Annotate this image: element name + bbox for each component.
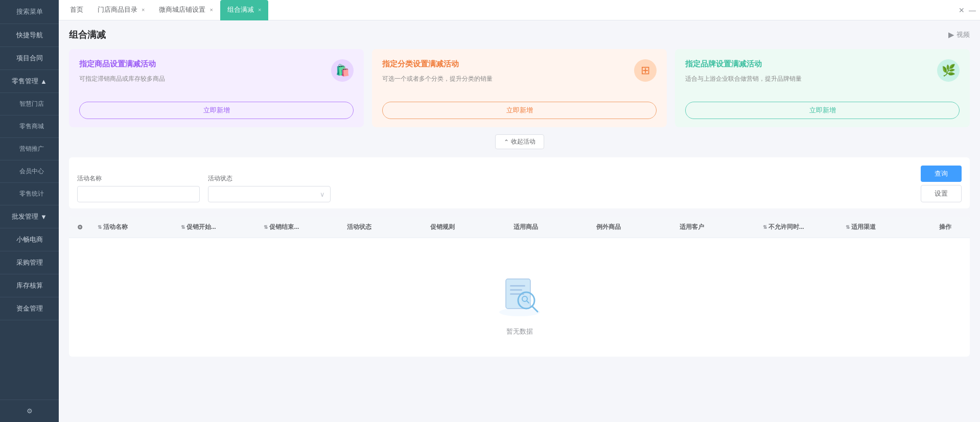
wholesale-mgmt-label: 批发管理 [12,212,38,221]
th-applicable-goods: 适用商品 [509,223,593,231]
th-applicable-customer: 适用客户 [675,223,759,231]
window-close-icon[interactable]: ✕ [959,6,965,14]
activity-status-field: 活动状态 ∨ [208,174,331,202]
sidebar-item-wholesale-mgmt[interactable]: 批发管理 ▼ [0,205,59,228]
search-actions: 查询 设置 [921,166,962,202]
activity-name-input[interactable] [77,186,200,202]
th-promo-rule-label: 促销规则 [430,223,455,231]
card-product-title: 指定商品设置满减活动 [79,59,354,69]
th-exception-goods: 例外商品 [592,223,675,231]
activity-status-select[interactable]: ∨ [208,186,331,202]
sidebar-settings[interactable]: ⚙ [0,400,59,422]
activity-name-label: 活动名称 [77,174,200,183]
sidebar-item-marketing[interactable]: 营销推广 [0,138,59,160]
th-promo-start-label: 促销开始... [186,223,216,231]
tab-home-label: 首页 [70,5,83,14]
card-product-desc: 可指定滞销商品或库存较多商品 [79,74,354,92]
chevron-down-icon: ∨ [320,191,325,198]
brand-discount-icon: 🌿 [937,59,960,82]
sidebar-item-smart-store[interactable]: 智慧门店 [0,93,59,115]
card-category-desc: 可选一个或者多个分类，提升分类的销量 [382,74,657,92]
tab-combo-discount-label: 组合满减 [227,5,254,14]
empty-illustration [492,269,548,320]
table-container: ⚙ ⇅ 活动名称 ⇅ 促销开始... ⇅ 促销结束... 活动状态 [69,217,970,357]
sidebar-item-retail-stats[interactable]: 零售统计 [0,183,59,205]
th-activity-name-label: 活动名称 [103,223,128,231]
tab-wechat-store-label: 微商城店铺设置 [159,5,205,14]
sort-icon-no-concurrent[interactable]: ⇅ [763,224,767,230]
sidebar-item-purchase-mgmt[interactable]: 采购管理 [0,251,59,274]
th-applicable-channel: ⇅ 适用渠道 [842,223,925,231]
th-activity-status-label: 活动状态 [347,223,371,231]
sidebar-item-project-contract[interactable]: 项目合同 [0,47,59,70]
empty-state: 暂无数据 [69,238,970,357]
empty-text: 暂无数据 [506,327,533,336]
table-header: ⚙ ⇅ 活动名称 ⇅ 促销开始... ⇅ 促销结束... 活动状态 [69,217,970,238]
sort-icon-promo-end[interactable]: ⇅ [264,224,268,230]
tab-combo-discount[interactable]: 组合满减 × [220,0,268,20]
tab-home[interactable]: 首页 [63,0,90,20]
collapse-bar: ⌃ 收起活动 [69,134,970,149]
arrow-up-icon: ▲ [40,78,47,85]
th-no-concurrent-label: 不允许同时... [768,223,804,231]
card-category-discount: ⊞ 指定分类设置满减活动 可选一个或者多个分类，提升分类的销量 立即新增 [372,49,667,127]
tab-bar: 首页 门店商品目录 × 微商城店铺设置 × 组合满减 × ✕ — [59,0,980,20]
card-brand-discount: 🌿 指定品牌设置满减活动 适合与上游企业联合做营销，提升品牌销量 立即新增 [675,49,970,127]
search-bar: 活动名称 活动状态 ∨ 查询 设置 [69,157,970,208]
play-circle-icon: ▶ [948,30,954,39]
product-discount-icon: 🛍️ [331,59,354,82]
tab-combo-discount-close[interactable]: × [258,7,261,13]
sidebar-item-retail-mall[interactable]: 零售商城 [0,115,59,138]
query-button[interactable]: 查询 [921,166,962,182]
tab-store-catalog[interactable]: 门店商品目录 × [90,0,152,20]
svg-point-0 [499,308,540,316]
page-title: 组合满减 [69,29,106,41]
th-applicable-goods-label: 适用商品 [514,223,538,231]
card-brand-desc: 适合与上游企业联合做营销，提升品牌销量 [685,74,960,92]
th-applicable-channel-label: 适用渠道 [851,223,876,231]
svg-rect-4 [510,289,522,291]
th-promo-end: ⇅ 促销结束... [260,223,343,231]
tab-wechat-store-settings[interactable]: 微商城店铺设置 × [152,0,220,20]
collapse-btn-label: 收起活动 [511,137,535,146]
card-product-add-btn[interactable]: 立即新增 [79,102,354,119]
cards-row: 🛍️ 指定商品设置满减活动 可指定滞销商品或库存较多商品 立即新增 ⊞ 指定分类… [69,49,970,127]
sidebar-item-fund-mgmt[interactable]: 资金管理 [0,297,59,320]
sidebar-item-inventory-calc[interactable]: 库存核算 [0,274,59,297]
card-category-title: 指定分类设置满减活动 [382,59,657,69]
settings-icon: ⚙ [27,407,33,415]
sidebar-item-xiaochange-ecom[interactable]: 小畅电商 [0,228,59,251]
activity-status-label: 活动状态 [208,174,331,183]
th-gear[interactable]: ⚙ [73,224,94,231]
card-brand-title: 指定品牌设置满减活动 [685,59,960,69]
sidebar-item-quick-nav[interactable]: 快捷导航 [0,24,59,47]
sidebar: 搜索菜单 快捷导航 项目合同 零售管理 ▲ 智慧门店 零售商城 营销推广 会员中… [0,0,59,422]
settings-button[interactable]: 设置 [921,185,962,202]
tab-store-catalog-label: 门店商品目录 [98,5,137,14]
sort-icon-promo-start[interactable]: ⇅ [181,224,185,230]
gear-icon: ⚙ [77,224,83,231]
tab-wechat-store-close[interactable]: × [209,7,213,13]
sort-icon-applicable-channel[interactable]: ⇅ [846,224,850,230]
activity-name-field: 活动名称 [77,174,200,202]
collapse-up-icon: ⌃ [504,138,509,146]
tab-bar-actions: ✕ — [959,6,976,14]
collapse-activities-btn[interactable]: ⌃ 收起活动 [495,134,544,149]
main-content: 首页 门店商品目录 × 微商城店铺设置 × 组合满减 × ✕ — 组合满减 ▶ … [59,0,980,422]
svg-rect-3 [510,285,525,287]
card-product-discount: 🛍️ 指定商品设置满减活动 可指定滞销商品或库存较多商品 立即新增 [69,49,364,127]
tab-store-catalog-close[interactable]: × [142,7,145,13]
window-minimize-icon[interactable]: — [969,6,976,14]
video-link[interactable]: ▶ 视频 [948,30,970,39]
sidebar-search[interactable]: 搜索菜单 [0,0,59,24]
sidebar-item-retail-mgmt[interactable]: 零售管理 ▲ [0,70,59,93]
th-promo-rule: 促销规则 [426,223,509,231]
card-category-add-btn[interactable]: 立即新增 [382,102,657,119]
th-no-concurrent: ⇅ 不允许同时... [759,223,842,231]
sort-icon-activity-name[interactable]: ⇅ [98,224,102,230]
retail-mgmt-label: 零售管理 [12,77,38,86]
arrow-down-icon: ▼ [40,213,47,221]
sidebar-item-member-center[interactable]: 会员中心 [0,160,59,183]
card-brand-add-btn[interactable]: 立即新增 [685,102,960,119]
th-activity-name: ⇅ 活动名称 [94,223,177,231]
